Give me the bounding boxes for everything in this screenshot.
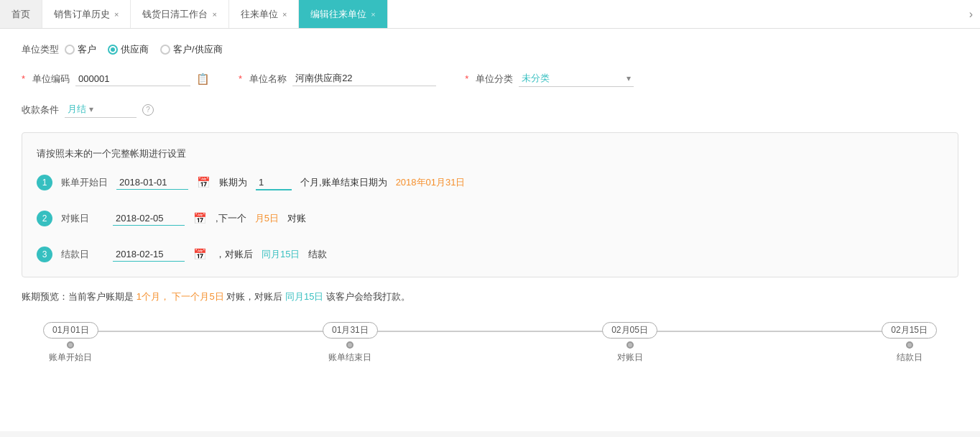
unit-category-dropdown[interactable]: 未分类 ▾ — [519, 70, 634, 87]
calendar-icon-2[interactable]: 📅 — [193, 212, 207, 225]
tab-home[interactable]: 首页 — [0, 0, 42, 28]
timeline-node-1: 01月01日 账单开始日 — [43, 322, 98, 364]
step-1-label: 账单开始日 — [61, 176, 108, 189]
unit-name-field: * 单位名称 — [239, 72, 436, 86]
tab-edit-unit[interactable]: 编辑往来单位 × — [299, 0, 387, 28]
close-icon[interactable]: × — [282, 10, 287, 19]
step-1-number: 1 — [37, 175, 52, 190]
chevron-down-icon: ▾ — [89, 104, 93, 114]
unit-code-input[interactable] — [75, 72, 190, 86]
step-1-row: 1 账单开始日 📅 账期为 个月,账单结束日期为 2018年01月31日 — [37, 175, 943, 190]
payment-terms-field: 收款条件 月结 ▾ ? — [22, 101, 154, 118]
tab-home-label: 首页 — [11, 8, 30, 21]
timeline-badge-2: 01月31日 — [323, 322, 378, 339]
preview-label: 账期预览：当前客户账期是 — [22, 291, 134, 302]
step-3-suffix-pre: ，对账后 — [216, 248, 253, 261]
step-3-suffix-post: 结款 — [308, 248, 327, 261]
unit-type-field: 单位类型 客户 供应商 客户/供应商 — [22, 43, 223, 56]
tab-more-button[interactable]: › — [962, 0, 980, 28]
tab-units-label: 往来单位 — [241, 8, 278, 21]
step-3-row: 3 结款日 📅 ，对账后 同月15日 结款 — [37, 247, 943, 262]
tab-sales-history[interactable]: 销售订单历史 × — [42, 0, 131, 28]
chevron-down-icon: ▾ — [627, 73, 631, 83]
content-area: 单位类型 客户 供应商 客户/供应商 * 单位编码 — [0, 29, 980, 431]
tab-bar: 首页 销售订单历史 × 钱货日清工作台 × 往来单位 × 编辑往来单位 × › — [0, 0, 980, 29]
payment-terms-row: 收款条件 月结 ▾ ? — [22, 101, 958, 118]
billing-cycle-section: 请按照未来的一个完整帐期进行设置 1 账单开始日 📅 账期为 个月,账单结束日期… — [22, 132, 958, 277]
calendar-icon-3[interactable]: 📅 — [193, 248, 207, 261]
section-instruction: 请按照未来的一个完整帐期进行设置 — [37, 147, 943, 160]
unit-category-value: 未分类 — [522, 72, 550, 85]
unit-details-row: * 单位编码 📋 * 单位名称 * 单位分类 未分类 ▾ — [22, 70, 958, 87]
radio-circle-both — [160, 45, 170, 55]
help-icon[interactable]: ? — [142, 104, 154, 116]
step-1-date-input[interactable] — [116, 175, 188, 190]
payment-terms-dropdown[interactable]: 月结 ▾ — [65, 101, 137, 118]
required-star: * — [239, 73, 242, 84]
step-2-row: 2 对账日 📅 ,下一个 月5日 对账 — [37, 211, 943, 226]
preview-date2: 下一个月5日 — [172, 291, 223, 302]
timeline-dot-1 — [67, 341, 74, 349]
timeline-label-4: 结款日 — [897, 351, 923, 364]
close-icon[interactable]: × — [114, 10, 119, 19]
preview-date3: 同月15日 — [285, 291, 323, 302]
preview-end: 该客户会给我打款。 — [326, 291, 410, 302]
close-icon[interactable]: × — [371, 10, 375, 19]
timeline-badge-1: 01月01日 — [43, 322, 98, 339]
document-icon[interactable]: 📋 — [196, 73, 210, 86]
tab-units[interactable]: 往来单位 × — [229, 0, 299, 28]
tab-cashflow[interactable]: 钱货日清工作台 × — [131, 0, 228, 28]
step-2-suffix-post: 对账 — [287, 212, 306, 225]
timeline-dot-2 — [346, 341, 353, 349]
radio-supplier-label: 供应商 — [121, 43, 149, 56]
required-star: * — [465, 73, 468, 84]
timeline-wrapper: 01月01日 账单开始日 01月31日 账单结束日 02月05日 对账日 02月… — [22, 315, 958, 364]
radio-both-label: 客户/供应商 — [173, 43, 223, 56]
step-2-date-input[interactable] — [113, 211, 185, 226]
step-1-end-date: 2018年01月31日 — [396, 176, 466, 189]
unit-name-label: 单位名称 — [249, 73, 287, 86]
unit-category-label: 单位分类 — [476, 73, 513, 86]
radio-both[interactable]: 客户/供应商 — [160, 43, 223, 56]
radio-customer[interactable]: 客户 — [65, 43, 96, 56]
timeline-label-1: 账单开始日 — [49, 351, 92, 364]
unit-name-input[interactable] — [292, 72, 436, 86]
timeline-dot-4 — [906, 341, 913, 349]
preview-section: 账期预览：当前客户账期是 1个月， 下一个月5日 对账，对账后 同月15日 该客… — [22, 290, 958, 303]
preview-period: 1个月， — [137, 291, 170, 302]
preview-mid: 对账，对账后 — [226, 291, 282, 302]
timeline-node-3: 02月05日 对账日 — [602, 322, 657, 364]
step-3-suffix-date: 同月15日 — [262, 248, 300, 261]
timeline-node-2: 01月31日 账单结束日 — [323, 322, 378, 364]
step-2-label: 对账日 — [61, 212, 104, 225]
unit-code-label: 单位编码 — [32, 73, 70, 86]
unit-code-field: * 单位编码 📋 — [22, 72, 210, 86]
step-1-period-unit: 个月,账单结束日期为 — [300, 176, 387, 189]
unit-type-row: 单位类型 客户 供应商 客户/供应商 — [22, 43, 958, 56]
step-3-label: 结款日 — [61, 248, 104, 261]
calendar-icon-1[interactable]: 📅 — [197, 176, 211, 189]
step-3-number: 3 — [37, 247, 52, 262]
timeline-nodes: 01月01日 账单开始日 01月31日 账单结束日 02月05日 对账日 02月… — [43, 322, 937, 364]
timeline-dot-3 — [627, 341, 634, 349]
required-star: * — [22, 73, 25, 84]
unit-category-field: * 单位分类 未分类 ▾ — [465, 70, 634, 87]
tab-edit-unit-label: 编辑往来单位 — [310, 8, 366, 21]
radio-supplier[interactable]: 供应商 — [108, 43, 149, 56]
unit-type-radio-group: 客户 供应商 客户/供应商 — [65, 43, 223, 56]
step-1-period-label: 账期为 — [219, 176, 247, 189]
step-2-number: 2 — [37, 211, 52, 226]
radio-customer-label: 客户 — [78, 43, 96, 56]
timeline-label-2: 账单结束日 — [328, 351, 371, 364]
step-3-date-input[interactable] — [113, 247, 185, 262]
step-2-suffix-date: 月5日 — [255, 212, 279, 225]
tab-sales-history-label: 销售订单历史 — [54, 8, 110, 21]
timeline-node-4: 02月15日 结款日 — [882, 322, 937, 364]
unit-type-label: 单位类型 — [22, 43, 59, 56]
radio-circle-customer — [65, 45, 75, 55]
step-1-period-input[interactable] — [256, 175, 292, 190]
payment-terms-label: 收款条件 — [22, 104, 59, 116]
radio-circle-supplier — [108, 45, 118, 55]
close-icon[interactable]: × — [212, 10, 216, 19]
payment-terms-value: 月结 — [68, 103, 86, 116]
